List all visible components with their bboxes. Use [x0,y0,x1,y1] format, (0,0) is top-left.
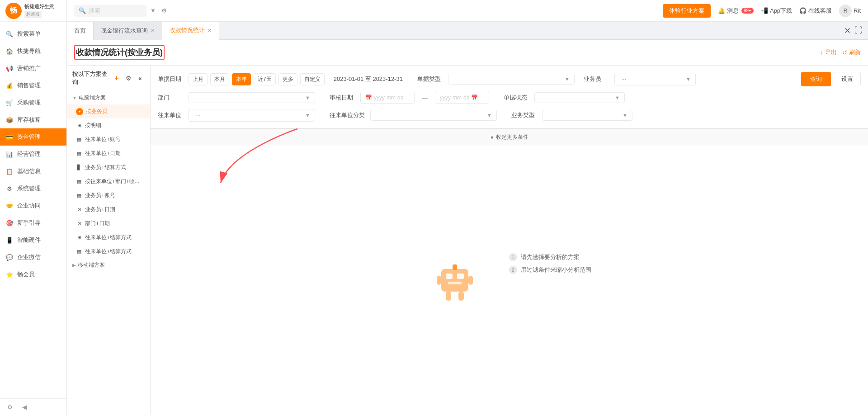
scheme-item-partner-settle1-label: 往来单位+结算方式 [85,234,132,241]
date-btn-custom[interactable]: 自定义 [300,73,325,85]
date-btn-last-month[interactable]: 上月 [189,73,208,85]
export-action[interactable]: ↑ 导出 [821,48,837,57]
chevron-right-icon: ▶ [72,263,76,268]
tab-bank-close[interactable]: ✕ [151,28,155,33]
table-icon-1: ▦ [76,137,82,143]
tab-collection-label: 收款情况统计 [170,26,205,34]
add-scheme-button[interactable]: + [112,74,121,83]
sidebar-item-operation[interactable]: 📊 经营管理 [0,146,66,163]
sidebar-item-finance[interactable]: 💳 资金管理 [0,128,66,146]
tab-collection-close[interactable]: ✕ [208,28,212,33]
sidebar-item-hardware[interactable]: 📱 智能硬件 [0,231,66,249]
scheme-collapse-button[interactable]: « [136,74,145,83]
message-badge: 99+ [741,8,754,14]
scheme-item-dept-date[interactable]: ⊙ 部门+日期 [67,217,150,231]
partner-select[interactable]: ··· ▼ [189,109,315,122]
page-title-actions: ↑ 导出 ↺ 刷新 [821,48,861,57]
date-btn-this-year[interactable]: 本年 [232,73,251,85]
query-button[interactable]: 查询 [801,72,831,86]
collapse-footer-icon[interactable]: ◀ [20,402,29,411]
chevron-down-icon-salesman: ▼ [686,76,691,82]
scheme-item-partner-settle1[interactable]: ⊞ 往来单位+结算方式 [67,231,150,245]
header-search[interactable]: 🔍 搜索 [74,5,146,17]
messages-action[interactable]: 🔔 消息 99+ [718,7,754,15]
voucher-status-select[interactable]: ▼ [534,92,625,103]
sidebar-item-system[interactable]: ⚙ 系统管理 [0,180,66,197]
clock-icon-1: ⊙ [76,207,82,213]
review-date-from[interactable]: 📅 yyyy-mm-dd [360,92,415,104]
svg-rect-6 [468,276,473,285]
scheme-settings-button[interactable]: ⚙ [124,74,133,83]
download-icon: 📲 [761,7,768,14]
salesman-dots[interactable]: ··· [621,75,627,83]
scheme-item-salesman[interactable]: ● 按业务员 [67,104,150,118]
date-btn-7days[interactable]: 近7天 [254,73,276,85]
online-service-label: 在线客服 [808,7,832,15]
partner-category-select[interactable]: ▼ [370,110,497,121]
refresh-action[interactable]: ↺ 刷新 [842,48,861,57]
close-window-icon[interactable]: ✕ [844,26,851,36]
sidebar-item-basic[interactable]: 📋 基础信息 [0,163,66,180]
sidebar-item-marketing-label: 营销推广 [17,64,41,72]
collapse-section[interactable]: ∧ 收起更多条件 [151,128,868,146]
settings-header-icon[interactable]: ⚙ [160,6,169,15]
salesman-select[interactable]: ··· ▼ [614,73,696,85]
chevron-down-icon-voucher: ▼ [565,76,570,82]
date-btn-more[interactable]: 更多 [278,73,297,85]
gear-icon: ⚙ [5,184,14,193]
trial-button[interactable]: 体验行业方案 [663,4,711,18]
sidebar-item-inventory[interactable]: 📦 库存核算 [0,111,66,128]
svg-rect-8 [458,292,464,301]
clock-icon-2: ⊙ [76,221,82,227]
sidebar-item-search[interactable]: 🔍 搜索菜单 [0,25,66,42]
dept-select[interactable]: ▼ [189,92,315,103]
scheme-header-actions: + ⚙ « [112,74,145,83]
scheme-item-salesman-account[interactable]: ▦ 业务员+账号 [67,189,150,203]
empty-content: 1 请先选择要分析的方案 2 用过滤条件来缩小分析范围 [428,253,591,307]
settings-footer-icon[interactable]: ⚙ [5,402,14,411]
tab-home-label: 首页 [74,27,86,35]
online-service-action[interactable]: 🎧 在线客服 [799,7,832,15]
scheme-group-pc: ▼ 电脑端方案 ● 按业务员 ⊞ 按明细 ▦ [67,91,150,259]
scheme-item-partner-account[interactable]: ▦ 往来单位+账号 [67,132,150,146]
sidebar-item-guide-label: 新手引导 [17,219,41,227]
tab-home[interactable]: 首页 [67,22,94,40]
scheme-item-salesman-settle[interactable]: ▋ 业务员+结算方式 [67,160,150,174]
sidebar-item-marketing[interactable]: 📢 营销推广 [0,60,66,77]
scheme-item-partner-dept[interactable]: ▦ 按往来单位+部门+收... [67,174,150,189]
tab-collection[interactable]: 收款情况统计 ✕ [162,22,219,40]
header-left: 🔍 搜索 ▼ ⚙ [74,5,169,17]
user-area[interactable]: R Rit [839,5,861,17]
scheme-group-mobile-title[interactable]: ▶ 移动端方案 [67,259,150,272]
sidebar-item-quicknav[interactable]: 🏠 快捷导航 [0,42,66,60]
maximize-icon[interactable]: ⛶ [854,26,863,35]
page-title: 收款情况统计(按业务员) [74,45,165,60]
app-download-label: App下载 [770,7,792,15]
scheme-item-partner-settle2[interactable]: ▦ 往来单位+结算方式 [67,245,150,259]
scheme-item-partner-date[interactable]: ▦ 往来单位+日期 [67,146,150,160]
tab-bank[interactable]: 现金银行流水查询 ✕ [94,22,162,40]
scheme-group-mobile-label: 移动端方案 [78,261,105,269]
sidebar-item-purchase-label: 采购管理 [17,99,41,107]
svg-rect-2 [457,274,464,279]
scheme-group-pc-title[interactable]: ▼ 电脑端方案 [67,91,150,104]
sidebar-item-member-label: 畅会员 [17,270,35,278]
scheme-item-salesman-date[interactable]: ⊙ 业务员+日期 [67,203,150,217]
sidebar-item-enterprise[interactable]: 🤝 企业协同 [0,197,66,214]
settings-button[interactable]: 设置 [834,72,861,86]
scheme-item-detail[interactable]: ⊞ 按明细 [67,118,150,132]
scheme-group-pc-label: 电脑端方案 [79,94,106,102]
sidebar-item-purchase[interactable]: 🛒 采购管理 [0,94,66,111]
sidebar-item-guide[interactable]: 🎯 新手引导 [0,214,66,231]
partner-dots[interactable]: ··· [195,112,201,119]
sidebar-item-wechat[interactable]: 💬 企业微信 [0,249,66,266]
voucher-type-select[interactable]: ▼ [448,74,575,85]
business-type-select[interactable]: ▼ [542,110,632,121]
chat-icon: 💬 [5,253,14,261]
sidebar-item-sales[interactable]: 💰 销售管理 [0,77,66,94]
app-download-action[interactable]: 📲 App下载 [761,7,792,15]
dropdown-icon[interactable]: ▼ [150,7,156,14]
date-btn-this-month[interactable]: 本月 [210,73,229,85]
review-date-to[interactable]: yyyy-mm-dd 📅 [435,92,489,104]
sidebar-item-member[interactable]: ⭐ 畅会员 [0,266,66,283]
